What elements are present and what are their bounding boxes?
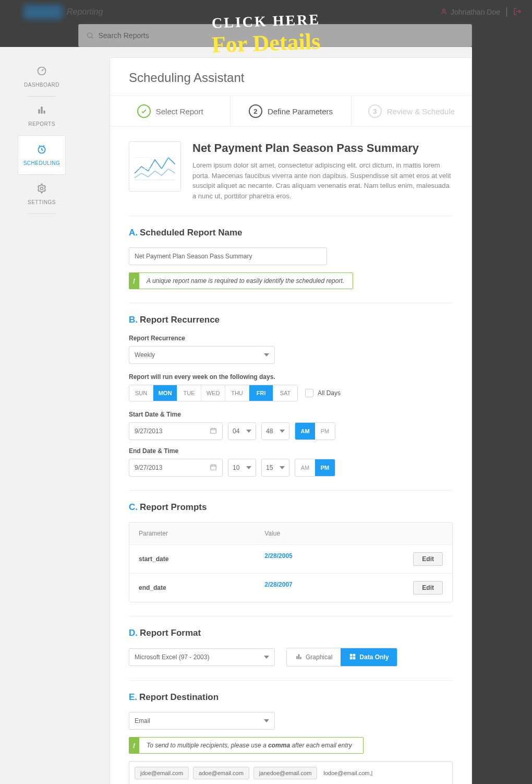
svg-rect-16 <box>300 657 301 659</box>
grid-icon <box>349 653 356 662</box>
end-date-input[interactable]: 9/27/2013 <box>129 459 223 477</box>
svg-rect-4 <box>41 106 42 113</box>
svg-rect-19 <box>350 657 353 659</box>
sidebar-item-settings[interactable]: SETTINGS <box>18 175 65 213</box>
destination-select[interactable]: Email <box>129 712 275 730</box>
sidebar-item-reports[interactable]: REPORTS <box>18 97 65 135</box>
day-fri[interactable]: FRI <box>249 385 273 401</box>
report-description: Lorem ipsum dolor sit amet, consectetur … <box>192 160 453 201</box>
svg-rect-5 <box>43 111 45 114</box>
dataonly-option[interactable]: Data Only <box>341 648 397 666</box>
step-review-schedule[interactable]: 3 Review & Schedule <box>352 96 471 126</box>
svg-rect-14 <box>296 656 297 659</box>
start-ampm-toggle[interactable]: AM PM <box>295 422 335 440</box>
start-min-select[interactable]: 48 <box>261 422 289 440</box>
svg-rect-12 <box>211 428 216 433</box>
check-icon <box>137 104 151 118</box>
search-icon <box>86 31 94 40</box>
chevron-down-icon <box>280 466 285 469</box>
step-select-report[interactable]: Select Report <box>110 96 231 126</box>
svg-rect-8 <box>132 146 177 186</box>
day-thu[interactable]: THU <box>225 385 249 401</box>
dashboard-icon <box>37 66 47 78</box>
chevron-down-icon <box>246 430 251 433</box>
all-days-checkbox[interactable] <box>305 389 313 397</box>
page-title: Scheduling Assistant <box>129 70 453 85</box>
email-recipients-box[interactable]: jdoe@email.comadoe@email.comjanedoe@emai… <box>129 761 453 784</box>
clock-icon <box>37 144 47 156</box>
edit-button[interactable]: Edit <box>413 552 443 566</box>
svg-rect-18 <box>353 654 356 656</box>
sidebar-item-dashboard[interactable]: DASHBOARD <box>18 57 65 96</box>
chevron-down-icon <box>264 719 269 722</box>
svg-rect-20 <box>353 657 356 659</box>
email-tag[interactable]: jdoe@email.com <box>135 767 189 779</box>
report-title: Net Payment Plan Season Pass Summary <box>192 141 453 155</box>
svg-point-1 <box>88 33 92 38</box>
prompts-table: Parameter Value start_date2/28/2005Edite… <box>129 522 453 602</box>
user-icon <box>440 8 448 17</box>
format-select[interactable]: Microsoft Excel (97 - 2003) <box>129 648 275 666</box>
chevron-down-icon <box>280 430 285 433</box>
svg-point-0 <box>443 9 445 11</box>
calendar-icon <box>210 427 217 436</box>
info-strip-e: ! To send to multiple recipients, please… <box>129 737 364 754</box>
info-icon: ! <box>129 272 139 289</box>
divider <box>506 7 507 17</box>
chart-icon <box>295 653 303 662</box>
logout-icon[interactable] <box>513 7 522 17</box>
info-icon: ! <box>129 737 139 754</box>
search-bar[interactable] <box>78 24 472 47</box>
gear-icon <box>37 183 47 195</box>
wizard-stepper: Select Report 2 Define Parameters 3 Revi… <box>110 96 471 127</box>
reports-icon <box>37 105 47 117</box>
start-hour-select[interactable]: 04 <box>228 422 256 440</box>
svg-rect-13 <box>211 465 216 469</box>
email-input[interactable] <box>321 767 397 779</box>
chevron-down-icon <box>246 466 251 469</box>
graphical-option[interactable]: Graphical <box>287 648 341 666</box>
calendar-icon <box>210 464 217 472</box>
day-wed[interactable]: WED <box>201 385 225 401</box>
start-date-input[interactable]: 9/27/2013 <box>129 422 223 440</box>
svg-rect-15 <box>298 654 299 659</box>
format-view-toggle[interactable]: Graphical Data Only <box>286 648 397 667</box>
user-name[interactable]: Johnathan Doe <box>451 8 500 16</box>
report-name-input[interactable] <box>129 247 327 265</box>
recurrence-select[interactable]: Weekly <box>129 346 275 364</box>
brand-label: Reporting <box>67 7 103 17</box>
chevron-down-icon <box>264 656 269 659</box>
edit-button[interactable]: Edit <box>413 581 443 595</box>
day-mon[interactable]: MON <box>153 385 177 401</box>
step-define-parameters[interactable]: 2 Define Parameters <box>231 96 351 126</box>
table-row: start_date2/28/2005Edit <box>129 545 452 574</box>
email-tag[interactable]: janedoe@email.com <box>253 767 317 779</box>
day-tue[interactable]: TUE <box>177 385 201 401</box>
end-hour-select[interactable]: 10 <box>228 459 256 477</box>
day-sun[interactable]: SUN <box>129 385 153 401</box>
info-strip-a: ! A unique report name is required to ea… <box>129 272 353 289</box>
email-tag[interactable]: adoe@email.com <box>193 767 249 779</box>
end-ampm-toggle[interactable]: AM PM <box>295 459 335 477</box>
chevron-down-icon <box>264 353 269 357</box>
brand-logo <box>23 5 63 19</box>
search-input[interactable] <box>98 31 464 40</box>
svg-point-7 <box>41 187 43 190</box>
report-thumbnail <box>129 141 181 192</box>
sidebar-item-scheduling[interactable]: SCHEDULING <box>18 136 65 174</box>
svg-rect-3 <box>38 109 40 113</box>
day-sat[interactable]: SAT <box>273 385 297 401</box>
svg-rect-17 <box>350 654 353 656</box>
table-row: end_date2/28/2007Edit <box>129 574 452 602</box>
end-min-select[interactable]: 15 <box>261 459 289 477</box>
